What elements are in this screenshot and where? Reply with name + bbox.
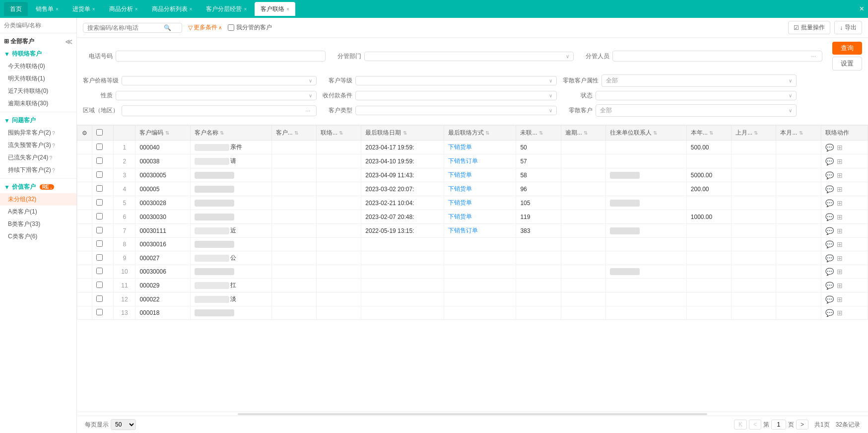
chat-icon[interactable]: 💬 <box>825 268 834 276</box>
row-checkbox[interactable] <box>92 210 114 224</box>
region-dots[interactable]: ··· <box>303 107 312 114</box>
row-gear[interactable] <box>77 238 92 251</box>
grid-icon[interactable]: ⊞ <box>837 199 843 207</box>
sidebar-item-overdue[interactable]: 逾期未联络(30) <box>0 97 76 110</box>
row-gear[interactable] <box>77 224 92 238</box>
close-all-icon[interactable]: × <box>860 4 864 13</box>
sidebar-group-pending[interactable]: ▼ 待联络客户 <box>0 48 76 60</box>
horizontal-scrollbar[interactable] <box>77 412 868 416</box>
row-last-method[interactable]: 下销货单 <box>444 141 516 154</box>
tab-home[interactable]: 首页 <box>4 2 28 16</box>
row-gear[interactable] <box>77 182 92 196</box>
grid-icon[interactable]: ⊞ <box>837 185 843 193</box>
sidebar-item-today[interactable]: 今天待联络(0) <box>0 60 76 72</box>
grid-icon[interactable]: ⊞ <box>837 240 843 248</box>
grid-icon[interactable]: ⊞ <box>837 309 843 317</box>
unitcontact-column-header[interactable]: 往来单位联系人 ⇅ <box>606 126 687 141</box>
row-gear[interactable] <box>77 196 92 210</box>
overdue-column-header[interactable]: 逾期... ⇅ <box>561 126 605 141</box>
chat-icon[interactable]: 💬 <box>825 240 834 248</box>
sidebar-item-7days[interactable]: 近7天待联络(0) <box>0 85 76 97</box>
grid-icon[interactable]: ⊞ <box>837 295 843 303</box>
row-gear[interactable] <box>77 251 92 265</box>
price-level-select[interactable]: ∨ <box>122 76 317 85</box>
dept-select[interactable]: ∨ <box>364 52 574 61</box>
row-last-method[interactable] <box>444 265 516 279</box>
retail-attr-select[interactable]: 全部 ∨ <box>601 74 797 87</box>
row-last-method[interactable]: 下销售订单 <box>444 224 516 238</box>
chat-icon[interactable]: 💬 <box>825 254 834 262</box>
sidebar-search-input[interactable] <box>4 22 77 29</box>
row-last-method[interactable] <box>444 279 516 292</box>
tab-sales[interactable]: 销售单 × <box>30 2 65 16</box>
row-checkbox[interactable] <box>92 292 114 306</box>
sidebar-item-ungrouped[interactable]: 未分组(32) <box>0 193 76 206</box>
notlinked-column-header[interactable]: 未联... ⇅ <box>516 126 561 141</box>
nature-select[interactable]: ∨ <box>116 91 317 100</box>
page-size-select[interactable]: 50 100 <box>111 419 136 430</box>
close-analysis-icon[interactable]: × <box>135 6 138 12</box>
sidebar-group-problem[interactable]: ▼ 问题客户 <box>0 114 76 127</box>
close-customer-segment-icon[interactable]: × <box>244 6 247 12</box>
code-column-header[interactable]: 客户编码 ⇅ <box>135 126 191 141</box>
tab-analysis-list[interactable]: 商品分析列表 × <box>146 2 199 16</box>
sidebar-item-class-a[interactable]: A类客户(1) <box>0 206 76 218</box>
payment-select[interactable]: ∨ <box>355 91 556 100</box>
region-select[interactable]: ··· <box>122 105 317 116</box>
row-last-method[interactable]: 下销货单 <box>444 182 516 196</box>
row-last-method[interactable] <box>444 306 516 320</box>
lastdate-column-header[interactable]: 最后联络日期 ⇅ <box>361 126 444 141</box>
thismonth-column-header[interactable]: 本月... ⇅ <box>776 126 821 141</box>
row-gear[interactable] <box>77 154 92 168</box>
sidebar-item-class-c[interactable]: C类客户(6) <box>0 230 76 243</box>
sidebar-group-value[interactable]: ▼ 价值客户 RE . <box>0 181 76 193</box>
chat-icon[interactable]: 💬 <box>825 157 834 165</box>
grid-icon[interactable]: ⊞ <box>837 282 843 289</box>
grid-icon[interactable]: ⊞ <box>837 171 843 179</box>
row-last-method[interactable] <box>444 292 516 306</box>
all-customers-header[interactable]: ⊞ 全部客户 ≪ <box>0 33 76 48</box>
row-checkbox[interactable] <box>92 141 114 154</box>
page-number-input[interactable] <box>771 420 786 430</box>
sidebar-item-churn-warning[interactable]: 流失预警客户(3) ? <box>0 139 76 151</box>
row-last-method[interactable]: 下销货单 <box>444 210 516 224</box>
row-last-method[interactable] <box>444 238 516 251</box>
person-select[interactable]: ··· <box>612 51 822 62</box>
sidebar-item-tomorrow[interactable]: 明天待联络(1) <box>0 72 76 85</box>
thisyear-column-header[interactable]: 本年... ⇅ <box>686 126 731 141</box>
chat-icon[interactable]: 💬 <box>825 171 834 179</box>
chat-icon[interactable]: 💬 <box>825 309 834 317</box>
row-last-method[interactable]: 下销售订单 <box>444 154 516 168</box>
prev-page-btn[interactable]: < <box>749 420 761 430</box>
close-sales-icon[interactable]: × <box>56 6 59 12</box>
row-gear[interactable] <box>77 168 92 182</box>
grid-icon[interactable]: ⊞ <box>837 157 843 165</box>
row-gear[interactable] <box>77 279 92 292</box>
row-last-method[interactable]: 下销货单 <box>444 196 516 210</box>
cust-level-select[interactable]: ∨ <box>355 76 556 85</box>
select-all-checkbox[interactable] <box>96 129 103 136</box>
row-gear[interactable] <box>77 210 92 224</box>
batch-operation-btn[interactable]: ☑ 批量操作 <box>788 21 830 34</box>
row-last-method[interactable] <box>444 251 516 265</box>
sidebar-item-churned[interactable]: 已流失客户(24) ? <box>0 151 76 164</box>
chat-icon[interactable]: 💬 <box>825 227 834 235</box>
row-checkbox[interactable] <box>92 238 114 251</box>
row-checkbox[interactable] <box>92 182 114 196</box>
chat-icon[interactable]: 💬 <box>825 295 834 303</box>
contact-column-header[interactable]: 联络... ⇅ <box>317 126 361 141</box>
row-checkbox[interactable] <box>92 168 114 182</box>
phone-input[interactable] <box>116 51 326 62</box>
grid-icon[interactable]: ⊞ <box>837 254 843 262</box>
tab-customer-segment[interactable]: 客户分层经营 × <box>200 2 253 16</box>
customer-table-container[interactable]: ⚙ 客户编码 ⇅ 客户名称 ⇅ 客户... ⇅ 联络... ⇅ 最后联络日期 ⇅… <box>77 125 868 412</box>
close-purchase-icon[interactable]: × <box>92 6 95 12</box>
chat-icon[interactable]: 💬 <box>825 185 834 193</box>
chat-icon[interactable]: 💬 <box>825 282 834 289</box>
tab-analysis[interactable]: 商品分析 × <box>103 2 144 16</box>
close-analysis-list-icon[interactable]: × <box>190 6 193 12</box>
row-checkbox[interactable] <box>92 196 114 210</box>
export-btn[interactable]: ↓ 导出 <box>834 21 862 34</box>
grid-icon[interactable]: ⊞ <box>837 268 843 276</box>
main-search-icon[interactable]: 🔍 <box>164 24 171 31</box>
